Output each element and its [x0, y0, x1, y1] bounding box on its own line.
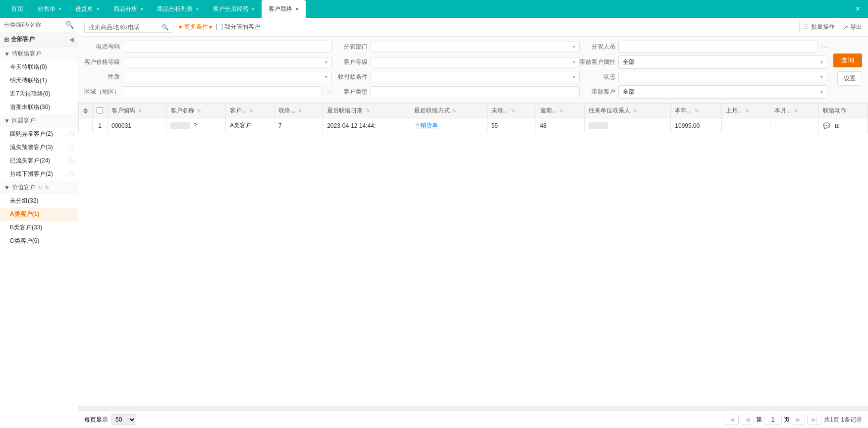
close-tab-analysis-list[interactable]: ×: [196, 6, 199, 12]
page-number-input[interactable]: [764, 415, 782, 425]
price-level-select[interactable]: ▾: [123, 57, 332, 67]
nav-tab-purchase[interactable]: 进货单 ×: [68, 0, 106, 18]
nav-tab-analysis[interactable]: 商品分析 ×: [107, 0, 150, 18]
more-filters-button[interactable]: ▼ 更多条件 ▾: [177, 23, 212, 31]
next-page-button[interactable]: ▶: [792, 415, 805, 425]
sidebar-item-lost[interactable]: 已流失客户(24) ⓘ: [0, 154, 78, 167]
chat-action-icon[interactable]: 💬: [823, 122, 830, 129]
col-label: 客户名称: [170, 107, 194, 114]
nature-select[interactable]: ▾: [123, 72, 332, 82]
close-window-button[interactable]: ×: [852, 4, 864, 13]
row-this-year: 10995.00: [671, 118, 721, 133]
last-contact-way-link[interactable]: 下销货单: [414, 122, 438, 129]
bottom-bar: 每页显示 50 100 200 |◀ ◀ 第 页 ▶ ▶| 共1页 1条记录: [78, 411, 868, 428]
col-overdue[interactable]: 逾期... ⇅: [536, 104, 584, 118]
sidebar-group-problem-title[interactable]: ▼ 问题客户: [0, 114, 78, 127]
page-navigation: |◀ ◀ 第 页 ▶ ▶| 共1页 1条记录: [724, 415, 862, 425]
col-this-month[interactable]: 本月... ⇅: [770, 104, 818, 118]
nav-tab-sales[interactable]: 销售单 ×: [31, 0, 68, 18]
sidebar-all-customers-header[interactable]: ⊞ 全部客户 ◀: [0, 32, 78, 47]
retail-attr-select[interactable]: 全部 ▾: [618, 55, 827, 69]
row-no-contact: 55: [487, 118, 536, 133]
nav-tab-analysis-list[interactable]: 商品分析列表 ×: [150, 0, 206, 18]
prev-page-button[interactable]: ◀: [741, 415, 754, 425]
status-select[interactable]: ▾: [618, 72, 827, 82]
region-input[interactable]: [123, 86, 322, 98]
last-page-button[interactable]: ▶|: [807, 415, 822, 425]
col-no-contact[interactable]: 未联... ⇅: [487, 104, 536, 118]
sidebar-collapse-icon[interactable]: ◀: [69, 36, 74, 43]
batch-operation-button[interactable]: ☰ 批量操作: [799, 21, 839, 33]
content-area: 🔍 ▼ 更多条件 ▾ 我分管的客户 ☰ 批量操作 ↗ 导出: [78, 18, 868, 428]
col-this-year[interactable]: 本年... ⇅: [671, 104, 721, 118]
col-contact-person[interactable]: 往来单位联系人 ⇅: [584, 104, 670, 118]
filter-cell-manager: 分管人员 ···: [580, 41, 827, 53]
filter-cell-customer-type: 客户类型: [332, 86, 580, 98]
nav-home[interactable]: 首页: [4, 4, 31, 13]
sidebar-item-today[interactable]: 今天待联络(0): [0, 60, 78, 74]
horizontal-scrollbar[interactable]: [78, 406, 868, 411]
search-icon[interactable]: 🔍: [162, 24, 169, 31]
row-last-month: [721, 118, 770, 133]
customer-type-input[interactable]: [371, 86, 580, 98]
per-page-select[interactable]: 50 100 200: [111, 414, 136, 425]
first-page-button[interactable]: |◀: [724, 415, 739, 425]
sidebar-item-class-c[interactable]: C类客户(6): [0, 234, 78, 248]
filter-cell-phone: 电话号码: [84, 41, 332, 53]
close-tab-customer-seg[interactable]: ×: [252, 6, 255, 12]
close-tab-purchase[interactable]: ×: [96, 6, 99, 12]
sidebar-group-value-title[interactable]: ▼ 价值客户 ↻ ✎: [0, 181, 78, 194]
sort-icon: ⇅: [794, 108, 798, 113]
dept-select[interactable]: ▾: [371, 42, 580, 52]
my-customers-checkbox[interactable]: 我分管的客户: [216, 23, 260, 31]
export-button[interactable]: ↗ 导出: [843, 23, 862, 31]
nav-tab-customer-contact[interactable]: 客户联络 ×: [262, 0, 305, 18]
phone-input[interactable]: [123, 41, 332, 53]
sidebar-group-pending-title[interactable]: ▼ 待联络客户: [0, 47, 78, 60]
col-customer-type[interactable]: 客户... ⇅: [225, 104, 274, 118]
col-last-contact-way[interactable]: 最后联络方式 ⇅: [410, 104, 487, 118]
sidebar-item-class-b[interactable]: B类客户(33): [0, 221, 78, 234]
col-last-contact-date[interactable]: 最后联络日期 ⇅: [323, 104, 410, 118]
nav-tab-customer-seg[interactable]: 客户分层经营 ×: [206, 0, 262, 18]
col-customer-code[interactable]: 客户编码 ⇅: [108, 104, 166, 118]
my-customers-checkbox-input[interactable]: [216, 24, 222, 30]
qr-action-icon[interactable]: ⊞: [835, 122, 840, 129]
edit-group-icon[interactable]: ✎: [45, 184, 50, 191]
sidebar-search-input[interactable]: [4, 21, 65, 28]
sidebar-item-7days[interactable]: 近7天待联络(0): [0, 87, 78, 101]
sidebar-item-overdue[interactable]: 逾期未联络(30): [0, 101, 78, 114]
manager-input[interactable]: [618, 41, 817, 53]
select-all-checkbox[interactable]: [97, 107, 103, 113]
payment-label: 收付款条件: [332, 73, 368, 81]
sidebar-item-abnormal[interactable]: 回购异常客户(2) ⓘ: [0, 127, 78, 141]
region-more-icon[interactable]: ···: [326, 88, 332, 96]
col-contact-count[interactable]: 联络... ⇅: [274, 104, 323, 118]
sidebar-item-at-risk[interactable]: 流失预警客户(3) ⓘ: [0, 141, 78, 154]
retail-select[interactable]: 全部 ▾: [618, 85, 827, 99]
refresh-icon[interactable]: ↻: [38, 184, 43, 191]
col-last-month[interactable]: 上月... ⇅: [721, 104, 770, 118]
sidebar-item-ungrouped[interactable]: 未分组(32): [0, 194, 78, 208]
col-customer-name[interactable]: 客户名称 ⇅: [166, 104, 225, 118]
chevron-down-icon: ▾: [573, 44, 575, 50]
col-gear[interactable]: ⚙: [79, 104, 93, 118]
manager-more-icon[interactable]: ···: [821, 43, 827, 51]
sidebar-item-declining[interactable]: 持续下滑客户(2) ⓘ: [0, 167, 78, 181]
table-wrapper: ⚙ 客户编码 ⇅ 客户名称 ⇅ 客户...: [78, 103, 868, 406]
info-icon: ⓘ: [68, 170, 74, 178]
close-tab-customer-contact[interactable]: ×: [295, 6, 298, 12]
close-tab-sales[interactable]: ×: [58, 6, 61, 12]
col-label: 客户编码: [111, 107, 135, 114]
payment-select[interactable]: ▾: [371, 72, 580, 82]
sidebar-search-icon[interactable]: 🔍: [65, 21, 74, 29]
sidebar-item-class-a[interactable]: A类客户(1): [0, 208, 78, 221]
settings-button[interactable]: 设置: [837, 71, 862, 86]
customer-level-select[interactable]: ▾: [371, 57, 580, 67]
col-label: 本月...: [774, 107, 791, 114]
search-input[interactable]: [89, 24, 162, 31]
close-tab-analysis[interactable]: ×: [140, 6, 143, 12]
sidebar-item-tomorrow[interactable]: 明天待联络(1): [0, 74, 78, 87]
query-button[interactable]: 查询: [833, 54, 862, 67]
row-num: 1: [93, 118, 108, 133]
